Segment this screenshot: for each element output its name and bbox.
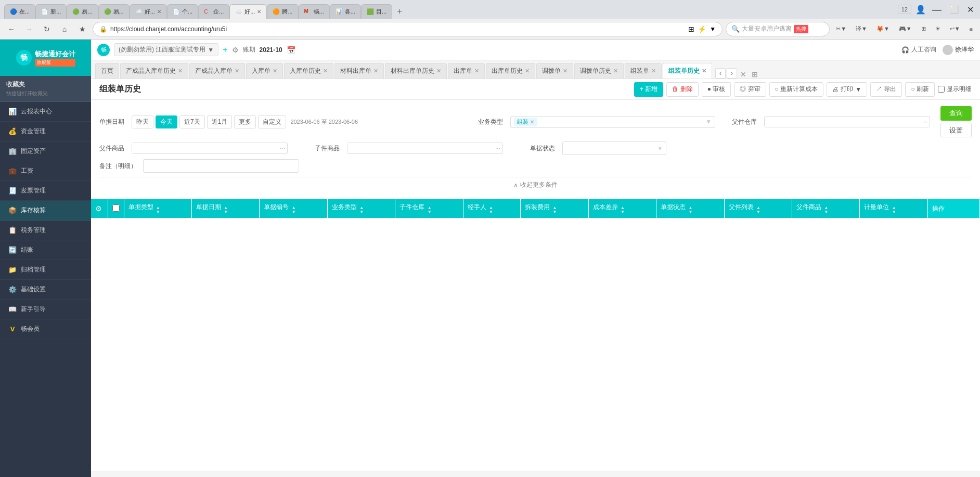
- tab-kit-history[interactable]: 组装单历史 ✕: [663, 63, 712, 79]
- recalculate-btn[interactable]: ○ 重新计算成本: [769, 82, 824, 97]
- col-header-business-type[interactable]: 业务类型 ▲▼: [327, 199, 395, 218]
- tab-out[interactable]: 出库单 ✕: [448, 63, 485, 79]
- home-button[interactable]: ⌂: [57, 22, 72, 36]
- col-header-parent-goods[interactable]: 父件商品 ▲▼: [792, 199, 860, 218]
- browser-tab-12[interactable]: 🟩 目...: [361, 4, 392, 19]
- child-goods-more[interactable]: ···: [493, 145, 502, 152]
- col-header-order-status[interactable]: 单据状态 ▲▼: [656, 199, 724, 218]
- sort-unit[interactable]: ▲▼: [892, 206, 896, 214]
- forward-button[interactable]: →: [22, 22, 36, 36]
- close-btn[interactable]: ✕: [965, 5, 976, 15]
- date-btn-yesterday[interactable]: 昨天: [132, 115, 153, 128]
- tab-prod-in-history[interactable]: 产成品入库单历史 ✕: [120, 63, 188, 79]
- lightning-icon[interactable]: ⚡: [698, 25, 706, 33]
- child-goods-field[interactable]: [347, 143, 493, 153]
- browser-tab-9[interactable]: 🟠 腾...: [267, 4, 298, 19]
- col-header-order-type[interactable]: 单据类型 ▲▼: [124, 199, 191, 218]
- tab-close-assembly-history[interactable]: ✕: [613, 68, 618, 74]
- fox-tool[interactable]: 🦊▼: [873, 24, 893, 33]
- sidebar-item-capital[interactable]: 💰 资金管理: [0, 122, 91, 141]
- search-bar[interactable]: 🔍 大量安卓用户逃离 热搜: [726, 22, 830, 36]
- abandon-btn[interactable]: ◎ 弃审: [734, 82, 766, 97]
- tab-close-in-history[interactable]: ✕: [323, 68, 328, 74]
- parent-goods-more[interactable]: ···: [278, 145, 287, 152]
- parent-goods-input[interactable]: ···: [132, 143, 288, 154]
- bookmark-button[interactable]: ★: [75, 22, 89, 36]
- address-bar[interactable]: 🔒 https://cloud.chanjet.com/accounting/u…: [93, 22, 723, 36]
- col-header-handler[interactable]: 经手人 ▲▼: [463, 199, 520, 218]
- col-header-unit[interactable]: 计量单位 ▲▼: [860, 199, 927, 218]
- tab-prod-in[interactable]: 产成品入库单 ✕: [189, 63, 245, 79]
- parent-warehouse-input[interactable]: ···: [764, 116, 930, 127]
- browser-tab-2[interactable]: 📄 新...: [35, 4, 67, 19]
- browser-tab-8[interactable]: ☁️ 好... ✕: [229, 4, 267, 19]
- tab-material-out[interactable]: 材料出库单 ✕: [334, 63, 384, 79]
- translate-tool[interactable]: 译▼: [853, 24, 870, 34]
- col-header-order-date[interactable]: 单据日期 ▲▼: [191, 199, 259, 218]
- support-btn[interactable]: 🎧 人工咨询: [901, 45, 936, 54]
- back-button[interactable]: ←: [4, 22, 19, 36]
- tab-close-8[interactable]: ✕: [257, 9, 261, 15]
- col-header-child-warehouse[interactable]: 子件仓库 ▲▼: [395, 199, 463, 218]
- sort-parent-list[interactable]: ▲▼: [756, 206, 760, 214]
- tab-scroll-left[interactable]: ‹: [715, 68, 726, 79]
- collapse-button[interactable]: ∧ 收起更多条件: [99, 177, 972, 192]
- calendar-icon[interactable]: 📅: [287, 46, 295, 54]
- order-status-select[interactable]: ▼: [562, 141, 666, 155]
- sun-tool[interactable]: ☀: [932, 24, 944, 33]
- tab-close-prod-in-history[interactable]: ✕: [178, 68, 183, 74]
- tab-bar-close-all[interactable]: ✕: [738, 70, 749, 79]
- tab-assembly[interactable]: 调拨单 ✕: [536, 63, 573, 79]
- col-header-settings[interactable]: ⚙: [91, 199, 108, 218]
- table-gear-icon[interactable]: ⚙: [95, 204, 102, 213]
- tab-in-order[interactable]: 入库单 ✕: [246, 63, 283, 79]
- sidebar-bookmark[interactable]: 收藏夹 快捷键打开收藏夹: [0, 76, 91, 102]
- date-btn-today[interactable]: 今天: [156, 115, 177, 128]
- audit-btn[interactable]: ● 审核: [702, 82, 731, 97]
- browser-tab-11[interactable]: 📊 各...: [330, 4, 361, 19]
- business-type-input[interactable]: 组装 ✕ ▼: [510, 116, 715, 128]
- browser-tab-5[interactable]: ☁️ 好... ✕: [130, 4, 167, 19]
- tab-out-history[interactable]: 出库单历史 ✕: [486, 63, 535, 79]
- maximize-btn[interactable]: ⬜: [948, 5, 961, 14]
- company-settings-icon[interactable]: ⚙: [232, 46, 239, 54]
- parent-warehouse-field[interactable]: [765, 117, 920, 127]
- tab-scroll-right[interactable]: ›: [727, 68, 737, 79]
- col-header-cost-diff[interactable]: 成本差异 ▲▼: [588, 199, 656, 218]
- browser-tab-7[interactable]: C 企...: [198, 4, 229, 19]
- sidebar-item-tax[interactable]: 📋 税务管理: [0, 221, 91, 240]
- delete-btn[interactable]: 🗑 删除: [666, 82, 698, 97]
- sort-order-date[interactable]: ▲▼: [224, 206, 228, 214]
- tab-close-material-out-history[interactable]: ✕: [436, 68, 441, 74]
- new-tab-button[interactable]: +: [392, 4, 407, 19]
- company-selector[interactable]: (勿删勿禁用) 江西服宝测试专用 ▼: [114, 43, 218, 56]
- tab-material-out-history[interactable]: 材料出库单历史 ✕: [385, 63, 447, 79]
- sort-business-type[interactable]: ▲▼: [359, 206, 364, 214]
- sidebar-item-inventory[interactable]: 📦 库存核算: [0, 201, 91, 221]
- tab-bar-settings[interactable]: ⊞: [750, 70, 760, 79]
- minimize-btn[interactable]: —: [930, 4, 944, 15]
- tab-close-material-out[interactable]: ✕: [373, 68, 378, 74]
- browser-tab-1[interactable]: 🔵 在...: [4, 4, 35, 19]
- parent-goods-field[interactable]: [132, 143, 278, 153]
- tab-assembly-history[interactable]: 调拨单历史 ✕: [574, 63, 624, 79]
- sort-order-status[interactable]: ▲▼: [688, 206, 692, 214]
- sort-child-warehouse[interactable]: ▲▼: [428, 206, 432, 214]
- history-tool[interactable]: ↩▼: [947, 24, 963, 33]
- order-status-dropdown[interactable]: ▼: [657, 146, 663, 151]
- sidebar-item-settings[interactable]: ⚙️ 基础设置: [0, 280, 91, 300]
- query-button[interactable]: 查询: [940, 106, 972, 121]
- print-btn[interactable]: 🖨 打印 ▼: [827, 82, 867, 97]
- business-tag-remove[interactable]: ✕: [530, 119, 534, 125]
- filter-settings-button[interactable]: 设置: [940, 123, 972, 137]
- tab-kit[interactable]: 组装单 ✕: [625, 63, 662, 79]
- qr-icon[interactable]: ⊞: [688, 25, 694, 33]
- business-dropdown-icon[interactable]: ▼: [705, 118, 712, 125]
- sort-parent-goods[interactable]: ▲▼: [824, 206, 828, 214]
- tab-close-5[interactable]: ✕: [157, 9, 161, 15]
- browser-tab-4[interactable]: 🟢 易...: [98, 4, 130, 19]
- col-header-check[interactable]: [108, 199, 124, 218]
- menu-tool[interactable]: ≡: [966, 25, 976, 33]
- sidebar-item-member[interactable]: V 畅会员: [0, 319, 91, 339]
- child-goods-input[interactable]: ···: [347, 143, 503, 154]
